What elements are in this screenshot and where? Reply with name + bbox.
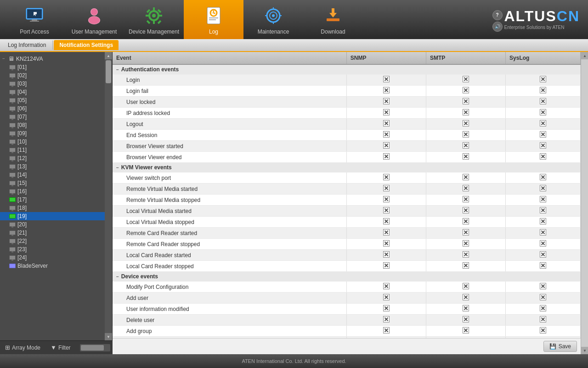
sidebar-item-port-18[interactable]: [18] (0, 204, 112, 212)
snmp-checkbox-1-1[interactable] (383, 185, 390, 191)
snmp-checkbox-0-0[interactable] (383, 76, 390, 82)
nav-download[interactable]: Download (303, 0, 363, 39)
sidebar-item-port-24[interactable]: [24] (0, 253, 112, 262)
snmp-cell-0-2[interactable] (346, 97, 426, 108)
smtp-checkbox-2-4[interactable] (463, 327, 469, 334)
snmp-checkbox-1-4[interactable] (383, 218, 390, 224)
snmp-cell-1-0[interactable] (346, 172, 426, 184)
smtp-cell-0-5[interactable] (426, 130, 505, 141)
syslog-checkbox-2-3[interactable] (540, 316, 546, 322)
sidebar-item-port-23[interactable]: [23] (0, 245, 112, 253)
snmp-cell-1-8[interactable] (346, 261, 426, 272)
sidebar-item-port-16[interactable]: [16] (0, 187, 112, 196)
snmp-checkbox-2-0[interactable] (383, 283, 390, 289)
syslog-cell-0-2[interactable] (506, 97, 581, 108)
sidebar-item-port-10[interactable]: [10] (0, 138, 112, 146)
smtp-cell-2-3[interactable] (426, 315, 505, 326)
sidebar-item-port-22[interactable]: [22] (0, 237, 112, 245)
smtp-cell-1-5[interactable] (426, 228, 505, 239)
smtp-checkbox-0-1[interactable] (463, 87, 469, 93)
snmp-cell-0-0[interactable] (346, 75, 426, 86)
snmp-cell-2-4[interactable] (346, 326, 426, 337)
syslog-checkbox-1-0[interactable] (540, 174, 546, 180)
syslog-cell-2-2[interactable] (506, 304, 581, 315)
speaker-button[interactable]: 🔊 (492, 22, 503, 32)
snmp-cell-1-6[interactable] (346, 239, 426, 250)
smtp-checkbox-1-3[interactable] (463, 207, 469, 213)
right-scrollbar[interactable]: ▲ ▼ (581, 52, 588, 354)
array-mode-button[interactable]: ⊞ Array Mode (2, 343, 43, 352)
snmp-checkbox-0-7[interactable] (383, 153, 390, 160)
sidebar-scrollbar[interactable]: ▲ ▼ (105, 52, 112, 340)
sidebar-item-port-15[interactable]: [15] (0, 179, 112, 187)
smtp-cell-1-8[interactable] (426, 261, 505, 272)
sub-nav-notification[interactable]: Notification Settings (54, 40, 119, 50)
smtp-cell-1-2[interactable] (426, 195, 505, 206)
syslog-checkbox-0-7[interactable] (540, 153, 546, 160)
sub-nav-log-info[interactable]: Log Information (2, 40, 51, 50)
smtp-checkbox-2-0[interactable] (463, 283, 469, 289)
snmp-checkbox-0-5[interactable] (383, 131, 390, 138)
sidebar-item-port-04[interactable]: [04] (0, 88, 112, 96)
syslog-checkbox-1-1[interactable] (540, 185, 546, 191)
sidebar-item-port-12[interactable]: [12] (0, 154, 112, 162)
sidebar-item-port-11[interactable]: [11] (0, 146, 112, 154)
snmp-checkbox-1-5[interactable] (383, 229, 390, 236)
smtp-checkbox-1-2[interactable] (463, 196, 469, 202)
sidebar-item-port-07[interactable]: [07] (0, 113, 112, 121)
smtp-checkbox-1-7[interactable] (463, 251, 469, 258)
snmp-cell-2-0[interactable] (346, 282, 426, 293)
syslog-cell-2-0[interactable] (506, 282, 581, 293)
smtp-cell-2-2[interactable] (426, 304, 505, 315)
sidebar-item-port-03[interactable]: [03] (0, 80, 112, 88)
snmp-checkbox-1-6[interactable] (383, 240, 390, 247)
smtp-checkbox-2-2[interactable] (463, 305, 469, 311)
smtp-cell-0-1[interactable] (426, 86, 505, 97)
sidebar-item-port-19[interactable]: [19] (0, 212, 112, 220)
syslog-checkbox-1-8[interactable] (540, 262, 546, 269)
syslog-cell-1-2[interactable] (506, 195, 581, 206)
syslog-checkbox-1-3[interactable] (540, 207, 546, 213)
syslog-checkbox-0-6[interactable] (540, 142, 546, 149)
snmp-cell-1-2[interactable] (346, 195, 426, 206)
syslog-checkbox-1-5[interactable] (540, 229, 546, 236)
snmp-checkbox-0-2[interactable] (383, 98, 390, 104)
smtp-checkbox-1-5[interactable] (463, 229, 469, 236)
snmp-checkbox-0-3[interactable] (383, 109, 390, 115)
smtp-checkbox-1-8[interactable] (463, 262, 469, 269)
syslog-cell-1-6[interactable] (506, 239, 581, 250)
sidebar-item-port-17[interactable]: [17] (0, 196, 112, 204)
snmp-checkbox-2-2[interactable] (383, 305, 390, 311)
smtp-checkbox-1-4[interactable] (463, 218, 469, 224)
smtp-cell-2-1[interactable] (426, 293, 505, 304)
syslog-cell-2-4[interactable] (506, 326, 581, 337)
smtp-checkbox-0-5[interactable] (463, 131, 469, 138)
sidebar-item-port-08[interactable]: [08] (0, 121, 112, 129)
syslog-checkbox-0-1[interactable] (540, 87, 546, 93)
syslog-cell-1-4[interactable] (506, 217, 581, 228)
syslog-cell-1-8[interactable] (506, 261, 581, 272)
table-scroll-area[interactable]: Event SNMP SMTP SysLog −Authentication e… (113, 52, 581, 338)
syslog-checkbox-1-6[interactable] (540, 240, 546, 247)
smtp-cell-0-3[interactable] (426, 108, 505, 119)
snmp-checkbox-1-8[interactable] (383, 262, 390, 269)
sidebar-root[interactable]: − 🖥 KN2124VA (0, 54, 112, 63)
syslog-checkbox-0-0[interactable] (540, 76, 546, 82)
snmp-cell-0-4[interactable] (346, 119, 426, 130)
snmp-cell-1-5[interactable] (346, 228, 426, 239)
snmp-cell-1-1[interactable] (346, 184, 426, 195)
syslog-cell-0-3[interactable] (506, 108, 581, 119)
section-collapse-kvm[interactable]: − (116, 165, 119, 170)
syslog-cell-0-6[interactable] (506, 141, 581, 152)
smtp-checkbox-0-6[interactable] (463, 142, 469, 149)
smtp-cell-0-2[interactable] (426, 97, 505, 108)
sidebar-item-port-21[interactable]: [21] (0, 229, 112, 237)
smtp-cell-0-7[interactable] (426, 152, 505, 163)
snmp-checkbox-0-6[interactable] (383, 142, 390, 149)
syslog-checkbox-1-7[interactable] (540, 251, 546, 258)
snmp-cell-2-3[interactable] (346, 315, 426, 326)
sidebar-item-port-14[interactable]: [14] (0, 171, 112, 179)
root-collapse-icon[interactable]: − (2, 56, 7, 61)
syslog-checkbox-2-2[interactable] (540, 305, 546, 311)
snmp-checkbox-1-2[interactable] (383, 196, 390, 202)
